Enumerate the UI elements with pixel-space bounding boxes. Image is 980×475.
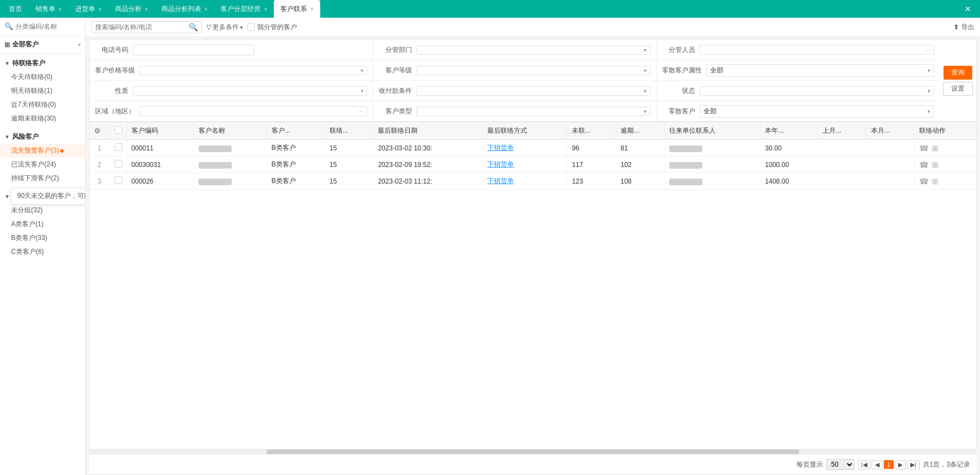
sidebar-item-tomorrow-contact[interactable]: 明天待联络(1) <box>0 84 85 98</box>
tab-close-purchase[interactable]: × <box>98 6 102 12</box>
sidebar-item-churn-warning[interactable]: 流失预警客户(3) <box>0 144 85 158</box>
sidebar-item-churned[interactable]: 已流失客户(24) <box>0 158 85 171</box>
region-select[interactable]: ··· <box>139 106 367 116</box>
more-conditions-toggle[interactable]: ▽ 更多条件 ▾ <box>206 23 243 32</box>
row-last-contact-date: 2023-02-03 11:12: <box>373 173 483 190</box>
sidebar-item-class-a[interactable]: A类客户(1) <box>0 217 85 231</box>
filter-cell-phone: 电话号码 <box>90 40 373 60</box>
risk-tooltip: 90天未交易的客户，可能有流失风险。 <box>11 187 86 205</box>
row-this-month <box>866 140 915 156</box>
horizontal-scrollbar[interactable] <box>89 450 977 454</box>
action-contact-1[interactable]: ☎ <box>919 160 929 169</box>
zero-customer-label: 零散客户 <box>662 107 695 116</box>
contact-method-link-0[interactable]: 下销货单 <box>487 144 514 152</box>
tab-close-customer-tier[interactable]: × <box>264 6 267 12</box>
payment-select[interactable]: ▾ <box>416 86 651 96</box>
tab-sales[interactable]: 销售单 × <box>29 0 69 18</box>
top-tab-bar: 首页 销售单 × 进货单 × 商品分析 × 商品分析列表 × 客户分层经营 × … <box>0 0 980 18</box>
tab-home[interactable]: 首页 <box>2 0 29 18</box>
main-search-input[interactable] <box>95 23 189 31</box>
sidebar-item-overdue-contact[interactable]: 逾期未联络(30) <box>0 112 85 126</box>
tab-purchase[interactable]: 进货单 × <box>69 0 108 18</box>
customer-type-down-arrow: ▾ <box>644 108 647 114</box>
window-close-button[interactable]: ✕ <box>958 4 978 13</box>
row-this-year: 30.00 <box>760 140 818 156</box>
tab-customer-contact[interactable]: 客户联系 × <box>274 0 320 18</box>
sidebar-item-declining[interactable]: 持续下滑客户(2) <box>0 171 85 185</box>
tab-product-analysis[interactable]: 商品分析 × <box>108 0 155 18</box>
row-check-2[interactable] <box>114 176 122 184</box>
person-more-icon[interactable]: ··· <box>925 46 930 53</box>
action-icons-1: ☎ ⊞ <box>919 160 972 169</box>
settings-button[interactable]: 设置 <box>943 82 973 96</box>
region-more-icon[interactable]: ··· <box>358 108 363 114</box>
action-more-1[interactable]: ⊞ <box>932 160 939 169</box>
table-row: 1 000011 B类客户 15 2023-03-02 10:30: 下销货单 … <box>90 140 976 156</box>
contact-method-link-2[interactable]: 下销货单 <box>487 177 514 185</box>
group-header-risk[interactable]: ▼ 风险客户 <box>0 130 85 144</box>
pagination-nav: |◀ ◀ 1 ▶ ▶| <box>858 460 920 469</box>
tab-customer-tier[interactable]: 客户分层经营 × <box>214 0 274 18</box>
sidebar-item-7days-contact[interactable]: 近7天待联络(0) <box>0 98 85 112</box>
tab-close-sales[interactable]: × <box>59 6 62 12</box>
row-index: 1 <box>90 140 110 156</box>
page-current-btn[interactable]: 1 <box>884 460 894 469</box>
blurred-person-1 <box>669 162 702 169</box>
contact-method-link-1[interactable]: 下销货单 <box>487 160 514 168</box>
row-customer-type: B类客户 <box>267 173 325 190</box>
gender-select[interactable]: ▾ <box>133 86 367 96</box>
my-customers-check[interactable] <box>247 23 255 31</box>
status-select[interactable]: ▾ <box>700 86 934 96</box>
tab-close-product-analysis-list[interactable]: × <box>205 6 208 12</box>
row-this-year: 1000.00 <box>760 156 818 173</box>
sidebar-item-ungrouped[interactable]: 未分组(32) <box>0 203 85 217</box>
page-first-btn[interactable]: |◀ <box>858 460 870 469</box>
filter-cell-customer-type: 客户类型 ▾ <box>373 101 657 121</box>
per-page-select[interactable]: 50 100 <box>826 459 854 470</box>
select-all-checkbox[interactable] <box>114 126 122 134</box>
row-check-0[interactable] <box>114 143 122 151</box>
filter-cell-zero-customer: 零散客户 全部 ▾ <box>656 101 940 121</box>
sidebar-search-input[interactable] <box>15 23 81 30</box>
action-contact-2[interactable]: ☎ <box>919 177 929 186</box>
action-more-2[interactable]: ⊞ <box>932 177 939 186</box>
arrow-icon-waiting: ▼ <box>4 60 10 66</box>
action-more-0[interactable]: ⊞ <box>932 144 939 153</box>
price-grade-select[interactable]: ▾ <box>139 66 367 75</box>
row-name <box>194 140 267 156</box>
action-contact-0[interactable]: ☎ <box>919 144 929 153</box>
zero-customer-select[interactable]: 全部 ▾ <box>700 105 934 118</box>
group-header-waiting[interactable]: ▼ 待联络客户 <box>0 56 85 70</box>
row-check-1[interactable] <box>114 160 122 168</box>
sidebar-item-class-b[interactable]: B类客户(33) <box>0 231 85 245</box>
total-info: 共1页，3条记录 <box>923 460 970 469</box>
all-customers-item[interactable]: ⊞ 全部客户 « <box>0 35 85 54</box>
row-last-month <box>818 140 867 156</box>
gender-down-arrow: ▾ <box>361 88 363 94</box>
sidebar-item-today-contact[interactable]: 今天待联络(0) <box>0 70 85 84</box>
zero-attr-select[interactable]: 全部 ▾ <box>706 64 934 77</box>
query-button[interactable]: 查询 <box>943 66 972 80</box>
customer-grade-select[interactable]: ▾ <box>416 66 651 75</box>
sidebar-item-class-c[interactable]: C类客户(6) <box>0 245 85 259</box>
dept-select[interactable]: ▾ <box>416 45 651 55</box>
col-unlinked-days: 未联... <box>567 122 616 140</box>
customer-type-select[interactable]: ▾ <box>416 107 651 116</box>
row-actions: ☎ ⊞ <box>915 140 976 156</box>
page-last-btn[interactable]: ▶| <box>907 460 920 469</box>
col-this-month: 本月... <box>866 122 915 140</box>
customer-grade-down-arrow: ▾ <box>644 67 647 74</box>
filter-cell-region: 区域（地区） ··· <box>90 101 373 121</box>
tab-close-customer-contact[interactable]: × <box>310 6 314 12</box>
page-prev-btn[interactable]: ◀ <box>872 460 883 469</box>
phone-input[interactable] <box>133 44 254 55</box>
tab-product-analysis-list[interactable]: 商品分析列表 × <box>155 0 215 18</box>
page-next-btn[interactable]: ▶ <box>895 460 906 469</box>
tab-close-product-analysis[interactable]: × <box>145 6 148 12</box>
table-settings-icon[interactable]: ⚙ <box>94 127 101 135</box>
price-grade-label: 客户价格等级 <box>95 66 135 75</box>
gender-label: 性质 <box>95 86 128 96</box>
person-select[interactable]: ··· <box>700 45 934 55</box>
main-search-button[interactable]: 🔍 <box>189 23 198 32</box>
export-button[interactable]: ⬆ 导出 <box>953 23 974 32</box>
